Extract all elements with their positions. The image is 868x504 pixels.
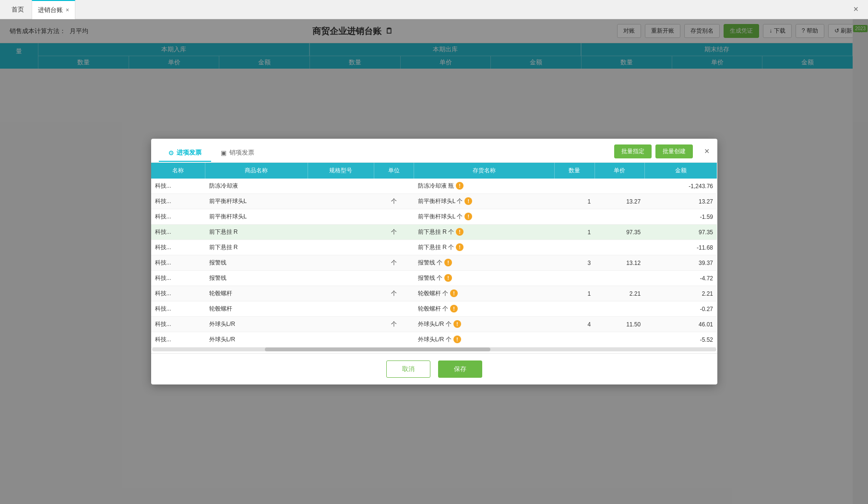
tab-incoming-invoice[interactable]: ⊙ 进项发票 bbox=[159, 144, 211, 162]
table-cell bbox=[374, 332, 414, 348]
table-cell: 轮毂螺杆 个! bbox=[414, 301, 555, 317]
table-cell bbox=[308, 301, 374, 317]
table-cell: 轮毂螺杆 bbox=[205, 301, 308, 317]
modal-overlay: ⊙ 进项发票 ▣ 销项发票 批量指定 批量创建 × bbox=[0, 19, 868, 504]
warning-icon: ! bbox=[450, 305, 458, 312]
th-inventory: 存货名称 bbox=[414, 163, 555, 179]
table-cell bbox=[555, 271, 595, 286]
tab-close-icon[interactable]: × bbox=[66, 0, 69, 20]
table-cell: 个 bbox=[374, 225, 414, 240]
modal-header: ⊙ 进项发票 ▣ 销项发票 批量指定 批量创建 × bbox=[151, 139, 717, 163]
tab-outgoing-invoice[interactable]: ▣ 销项发票 bbox=[211, 144, 264, 162]
th-qty: 数量 bbox=[555, 163, 595, 179]
table-cell bbox=[595, 301, 644, 317]
warning-icon: ! bbox=[464, 213, 472, 220]
table-header-row: 名称 商品名称 规格型号 单位 存货名称 数量 单价 金额 bbox=[151, 163, 717, 179]
warning-icon: ! bbox=[450, 289, 458, 297]
horizontal-scrollbar[interactable] bbox=[152, 348, 716, 351]
table-cell: -11.68 bbox=[644, 240, 717, 255]
window-close-button[interactable]: × bbox=[847, 4, 864, 14]
table-cell bbox=[555, 209, 595, 225]
table-cell: 轮毂螺杆 个! bbox=[414, 286, 555, 301]
table-cell bbox=[308, 271, 374, 286]
table-cell: 39.37 bbox=[644, 255, 717, 271]
table-cell: 13.27 bbox=[595, 194, 644, 209]
table-cell bbox=[374, 240, 414, 255]
table-cell: 前下悬挂 R 个! bbox=[414, 225, 555, 240]
table-row: 科技...外球头L/R个外球头L/R 个!411.5046.01 bbox=[151, 317, 717, 332]
warning-icon: ! bbox=[453, 336, 461, 343]
table-cell bbox=[595, 271, 644, 286]
th-amount: 金额 bbox=[644, 163, 717, 179]
table-cell: 科技... bbox=[151, 317, 205, 332]
table-cell: 前平衡杆球头L bbox=[205, 209, 308, 225]
warning-icon: ! bbox=[444, 259, 452, 266]
table-cell: 报警线 个! bbox=[414, 255, 555, 271]
table-cell bbox=[308, 179, 374, 194]
table-cell: 前平衡杆球头L 个! bbox=[414, 209, 555, 225]
table-cell: 科技... bbox=[151, 301, 205, 317]
table-cell: 报警线 bbox=[205, 271, 308, 286]
table-cell: 2.21 bbox=[595, 286, 644, 301]
table-cell bbox=[555, 301, 595, 317]
table-cell bbox=[374, 179, 414, 194]
table-cell: 个 bbox=[374, 317, 414, 332]
warning-icon: ! bbox=[453, 320, 461, 328]
modal-header-buttons: 批量指定 批量创建 bbox=[614, 144, 693, 158]
table-cell bbox=[308, 240, 374, 255]
modal-tabs: ⊙ 进项发票 ▣ 销项发票 bbox=[159, 144, 264, 162]
th-unit: 单位 bbox=[374, 163, 414, 179]
table-cell: 科技... bbox=[151, 332, 205, 348]
table-cell bbox=[308, 332, 374, 348]
incoming-icon: ⊙ bbox=[168, 149, 174, 156]
table-cell: 前下悬挂 R 个! bbox=[414, 240, 555, 255]
top-bar: 首页 进销台账 × × bbox=[0, 0, 868, 19]
th-name: 名称 bbox=[151, 163, 205, 179]
tab-active[interactable]: 进销台账 × bbox=[32, 0, 75, 19]
table-cell: 科技... bbox=[151, 179, 205, 194]
warning-icon: ! bbox=[456, 243, 464, 251]
table-cell bbox=[308, 225, 374, 240]
table-cell bbox=[308, 255, 374, 271]
table-cell bbox=[308, 317, 374, 332]
table-cell: 11.50 bbox=[595, 317, 644, 332]
table-cell: 外球头L/R bbox=[205, 317, 308, 332]
table-cell bbox=[555, 240, 595, 255]
table-cell: 科技... bbox=[151, 194, 205, 209]
batch-assign-button[interactable]: 批量指定 bbox=[614, 144, 652, 158]
table-cell: 报警线 bbox=[205, 255, 308, 271]
scrollbar-thumb[interactable] bbox=[265, 348, 490, 351]
table-row: 科技...外球头L/R外球头L/R 个!-5.52 bbox=[151, 332, 717, 348]
batch-create-button[interactable]: 批量创建 bbox=[655, 144, 693, 158]
table-cell: 防冻冷却液 瓶! bbox=[414, 179, 555, 194]
table-cell bbox=[308, 209, 374, 225]
table-cell: 97.35 bbox=[644, 225, 717, 240]
table-cell: -0.27 bbox=[644, 301, 717, 317]
table-cell: 科技... bbox=[151, 271, 205, 286]
table-cell: 个 bbox=[374, 286, 414, 301]
table-cell bbox=[555, 179, 595, 194]
table-row: 科技...前平衡杆球头L前平衡杆球头L 个!-1.59 bbox=[151, 209, 717, 225]
table-cell: 轮毂螺杆 bbox=[205, 286, 308, 301]
outgoing-icon: ▣ bbox=[221, 149, 226, 156]
table-cell bbox=[595, 240, 644, 255]
table-cell: 科技... bbox=[151, 240, 205, 255]
cancel-button[interactable]: 取消 bbox=[386, 360, 430, 378]
table-cell: 科技... bbox=[151, 209, 205, 225]
th-spec: 规格型号 bbox=[308, 163, 374, 179]
table-cell: 前平衡杆球头L bbox=[205, 194, 308, 209]
tab-home[interactable]: 首页 bbox=[4, 0, 32, 19]
modal-close-button[interactable]: × bbox=[704, 146, 710, 156]
table-cell bbox=[374, 209, 414, 225]
table-cell: 科技... bbox=[151, 225, 205, 240]
table-row: 科技...前下悬挂 R前下悬挂 R 个!-11.68 bbox=[151, 240, 717, 255]
table-cell bbox=[308, 194, 374, 209]
save-button[interactable]: 保存 bbox=[438, 360, 482, 378]
table-cell bbox=[595, 332, 644, 348]
table-cell bbox=[374, 301, 414, 317]
table-cell: 2.21 bbox=[644, 286, 717, 301]
table-cell: -4.72 bbox=[644, 271, 717, 286]
th-product: 商品名称 bbox=[205, 163, 308, 179]
table-cell: -1.59 bbox=[644, 209, 717, 225]
invoice-table: 名称 商品名称 规格型号 单位 存货名称 数量 单价 金额 科技...防冻冷却液… bbox=[151, 163, 717, 348]
